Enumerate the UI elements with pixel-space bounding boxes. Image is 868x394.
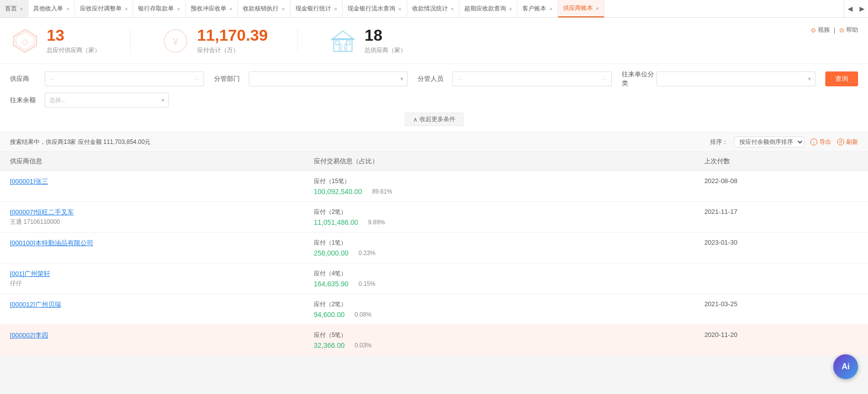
nav-tab-receipt-exec[interactable]: 收款核销执行 × [238, 0, 290, 17]
close-other-income[interactable]: × [66, 6, 69, 12]
tx-label-5: 应付（2笔） [314, 300, 685, 309]
supplier-link-2[interactable]: [000007]恒旺二手叉车 [10, 208, 74, 216]
tx-percent-6: 0.03% [355, 342, 371, 349]
supplier-cell-5: [000012]广州贝瑞 [0, 294, 304, 325]
store-svg-icon [329, 27, 357, 55]
refresh-button[interactable]: ↺ 刷新 [837, 138, 858, 146]
tx-label-4: 应付（4笔） [314, 269, 685, 278]
ai-button[interactable]: Ai [833, 354, 858, 356]
supplier-link-5[interactable]: [000012]广州贝瑞 [10, 301, 61, 308]
col-last-pay: 上次付数 [694, 152, 868, 171]
top-navigation: 首页 × 其他收入单 × 应收应付调整单 × 银行存取款单 × 预收冲应收单 ×… [0, 0, 868, 18]
balance-arrow-icon: ▾ [161, 97, 164, 104]
filter-row-1: 供应商 ··· 分管部门 ▾ 分管人员 ··· 往来单位分类 ▾ 查询 [10, 70, 858, 88]
total-suppliers-icon [328, 26, 358, 56]
lastpay-cell-6: 2020-11-20 [694, 325, 868, 356]
filter-row-2: 往来余额 选择... ▾ [10, 93, 858, 108]
collapse-button[interactable]: ∧ 收起更多条件 [405, 113, 464, 126]
supplier-link-3[interactable]: [000100]本特勤油品有限公司 [10, 239, 93, 247]
nav-tab-ar-ap-adjust[interactable]: 应收应付调整单 × [75, 0, 133, 17]
filter-supplier: 供应商 ··· [10, 71, 204, 86]
dept-input[interactable]: ▾ [249, 71, 408, 86]
table-row: [000001]张三 应付（15笔） 100,092,540.00 89.61%… [0, 171, 868, 202]
filter-dept: 分管部门 ▾ [214, 71, 408, 86]
tx-label-1: 应付（15笔） [314, 177, 685, 186]
result-actions: 排序： 按应付余额倒序排序 ↓ 导出 ↺ 刷新 [710, 136, 858, 147]
nav-arrow-left[interactable]: ◀ [844, 0, 856, 18]
person-input[interactable]: ··· [452, 71, 612, 86]
result-summary: 搜索结果中，供应商13家 应付金额 111,703,854.00元 [10, 138, 150, 146]
stat-divider-1 [130, 28, 131, 53]
result-text: 搜索结果中，供应商13家 应付金额 111,703,854.00元 [10, 138, 150, 145]
close-supplier-ledger[interactable]: × [596, 5, 599, 11]
nav-tab-cash-bank-stat[interactable]: 现金银行统计 × [290, 0, 343, 17]
close-receipt-exec[interactable]: × [282, 6, 285, 12]
nav-tab-other-income[interactable]: 其他收入单 × [28, 0, 74, 17]
tx-amount-2: 11,051,486.00 [314, 218, 359, 226]
nav-tab-receipt-stat[interactable]: 收款情况统计 × [407, 0, 459, 17]
nav-tab-supplier-ledger[interactable]: 供应商账本 × [558, 0, 604, 17]
tx-percent-3: 0.23% [359, 250, 375, 257]
supplier-cell-1: [000001]张三 [0, 171, 304, 202]
nav-arrow-right[interactable]: ▶ [856, 0, 868, 18]
result-bar: 搜索结果中，供应商13家 应付金额 111,703,854.00元 排序： 按应… [0, 132, 868, 152]
tx-label-3: 应付（1笔） [314, 239, 685, 247]
tx-percent-5: 0.08% [355, 311, 371, 318]
query-button[interactable]: 查询 [825, 71, 858, 86]
export-label: 导出 [819, 138, 831, 146]
tx-cell-3: 应付（1笔） 258,000.00 0.23% [304, 233, 695, 263]
supplier-link-6[interactable]: [000002]李四 [10, 331, 48, 339]
stat-ap-total-number: 11,170.39 [197, 27, 268, 44]
tx-cell-4: 应付（4笔） 164,635.90 0.15% [304, 263, 695, 294]
supplier-input[interactable]: ··· [45, 71, 204, 86]
collapse-label: 收起更多条件 [420, 115, 455, 124]
collapse-chevron-icon: ∧ [413, 116, 418, 123]
person-input-dots: ··· [602, 75, 607, 82]
sort-select[interactable]: 按应付余额倒序排序 [734, 136, 804, 147]
supplier-sub-2: 王通 17106110000 [10, 218, 294, 226]
lastpay-cell-5: 2021-03-25 [694, 294, 868, 325]
dept-arrow-icon: ▾ [400, 75, 403, 82]
nav-tab-customer-ledger[interactable]: 客户账本 × [517, 0, 558, 17]
close-receipt-stat[interactable]: × [451, 6, 454, 12]
nav-tab-overdue-query[interactable]: 超期应收款查询 × [459, 0, 517, 17]
close-prepay-charge[interactable]: × [229, 6, 232, 12]
col-tx-info: 应付交易信息（占比） [304, 152, 695, 171]
close-ar-ap-adjust[interactable]: × [125, 6, 128, 12]
nav-tab-home-close[interactable]: × [20, 6, 23, 12]
category-input[interactable]: ▾ [656, 71, 816, 86]
stat-ap-total-label: 应付合计（万） [197, 46, 268, 55]
nav-tab-cash-flow-query[interactable]: 现金银行流水查询 × [343, 0, 407, 17]
help-link[interactable]: 帮助 [846, 26, 858, 34]
stat-ap-total: ¥ 11,170.39 应付合计（万） [160, 26, 268, 56]
balance-input[interactable]: 选择... ▾ [45, 93, 169, 108]
top-right-links: ⊙ 视频 | ⊙ 帮助 [811, 26, 858, 34]
tx-label-6: 应付（5笔） [314, 331, 685, 339]
svg-text:◇: ◇ [22, 37, 29, 46]
gem-svg-icon: ◇ [11, 27, 39, 55]
export-button[interactable]: ↓ 导出 [810, 138, 831, 146]
supplier-link-4[interactable]: [001]广州荣轩 [10, 270, 50, 277]
nav-tab-bank-deposit[interactable]: 银行存取款单 × [133, 0, 185, 17]
stat-total-text: 18 总供应商（家） [364, 27, 406, 55]
nav-tab-prepay-charge[interactable]: 预收冲应收单 × [186, 0, 238, 17]
supplier-input-dots: ··· [194, 75, 199, 82]
close-cash-bank-stat[interactable]: × [334, 6, 337, 12]
filter-dept-label: 分管部门 [214, 74, 249, 83]
close-customer-ledger[interactable]: × [549, 6, 552, 12]
table-container: 供应商信息 应付交易信息（占比） 上次付数 [000001]张三 应付（15笔）… [0, 152, 868, 356]
nav-tab-home[interactable]: 首页 × [0, 0, 28, 17]
supplier-link-1[interactable]: [000001]张三 [10, 178, 48, 185]
stat-divider-2 [297, 28, 298, 53]
close-overdue-query[interactable]: × [509, 6, 512, 12]
video-link[interactable]: 视频 [818, 26, 830, 34]
close-cash-flow-query[interactable]: × [398, 6, 401, 12]
link-separator: | [834, 27, 835, 34]
balance-placeholder: 选择... [49, 96, 66, 105]
close-bank-deposit[interactable]: × [177, 6, 180, 12]
filter-category: 往来单位分类 ▾ [622, 70, 816, 88]
tx-amount-3: 258,000.00 [314, 249, 349, 257]
tx-amount-4: 164,635.90 [314, 280, 349, 288]
stat-total-number: 18 [364, 27, 406, 44]
lastpay-cell-4 [694, 263, 868, 294]
